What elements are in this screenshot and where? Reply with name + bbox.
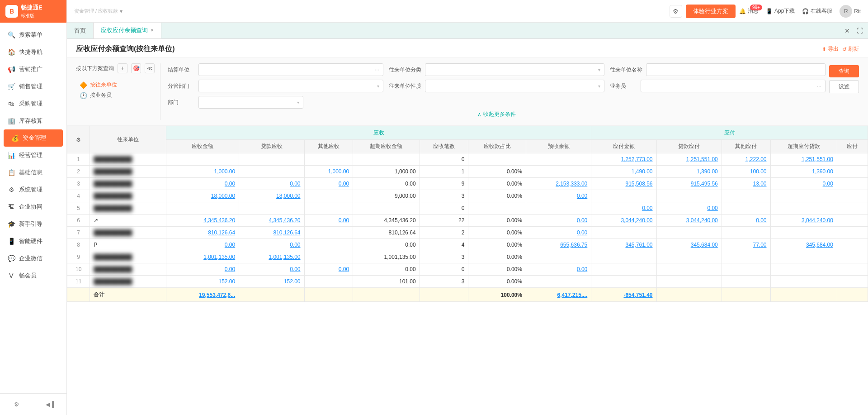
row-ar-amount[interactable]: 0.00 <box>166 178 239 190</box>
row-loan-ar[interactable]: 152.00 <box>239 276 304 288</box>
row-other-ar[interactable]: 1,000.00 <box>304 166 353 178</box>
sidebar-collapse-btn[interactable]: ◀▐ <box>33 397 67 411</box>
total-ap-amount[interactable]: -654,751.40 <box>591 288 656 302</box>
row-loan-ap[interactable]: 0.00 <box>656 202 722 215</box>
sidebar-item-member[interactable]: Ⅴ 畅会员 <box>0 267 66 284</box>
row-loan-ap[interactable]: 345,684.00 <box>656 239 722 251</box>
row-loan-ap[interactable]: 3,044,240.00 <box>656 215 722 227</box>
filter-view-by-staff[interactable]: 🕐 按业务员 <box>80 90 155 100</box>
row-other-ar[interactable] <box>304 239 353 251</box>
query-button[interactable]: 查询 <box>829 65 859 77</box>
tab-fullscreen[interactable]: ⛶ <box>855 26 864 35</box>
row-ap-amount[interactable] <box>591 263 656 276</box>
total-prepay[interactable]: 6,417,215.... <box>526 288 591 302</box>
row-overdue-ap[interactable]: 345,684.00 <box>770 239 837 251</box>
row-loan-ap[interactable]: 1,251,551.00 <box>656 153 722 166</box>
row-overdue-ap[interactable] <box>770 263 837 276</box>
row-loan-ap[interactable] <box>656 263 722 276</box>
row-prepay[interactable] <box>526 251 591 263</box>
row-ar-amount[interactable]: 810,126.64 <box>166 227 239 239</box>
tab-close-icon[interactable]: × <box>151 27 154 33</box>
row-other-ap[interactable] <box>722 263 770 276</box>
sidebar-item-purchase[interactable]: 🛍 采购管理 <box>0 95 66 112</box>
row-ar-amount[interactable]: 1,001,135.00 <box>166 251 239 263</box>
sidebar-item-capital[interactable]: 💰 资金管理 <box>4 129 63 147</box>
sidebar-item-wechat[interactable]: 💬 企业微信 <box>0 250 66 267</box>
onlineservice-action[interactable]: 🎧 在线客服 <box>802 7 832 15</box>
row-other-ap[interactable]: 1,222.00 <box>722 153 770 166</box>
row-ar-amount[interactable]: 152.00 <box>166 276 239 288</box>
row-overdue-ap[interactable] <box>770 251 837 263</box>
row-other-ar[interactable]: 0.00 <box>304 263 353 276</box>
dept-input[interactable]: ▾ <box>198 96 303 109</box>
row-loan-ar[interactable] <box>239 153 304 166</box>
row-ap-amount[interactable] <box>591 190 656 202</box>
partner-category-input[interactable]: ▾ <box>425 63 604 76</box>
row-prepay[interactable] <box>526 202 591 215</box>
row-prepay[interactable]: 0.00 <box>526 215 591 227</box>
row-ap-amount[interactable]: 915,508.56 <box>591 178 656 190</box>
row-loan-ap[interactable]: 1,390.00 <box>656 166 722 178</box>
partner-name-input[interactable] <box>646 63 826 76</box>
row-loan-ar[interactable]: 810,126.64 <box>239 227 304 239</box>
row-loan-ar[interactable] <box>239 202 304 215</box>
filter-collapse-scheme-btn[interactable]: ≪ <box>145 63 155 73</box>
th-gear[interactable]: ⚙ <box>67 126 90 153</box>
row-other-ar[interactable] <box>304 227 353 239</box>
row-ap-amount[interactable] <box>591 227 656 239</box>
message-action[interactable]: 🔔 消息 99+ <box>739 7 759 15</box>
row-loan-ap[interactable] <box>656 190 722 202</box>
user-action[interactable]: R Rit <box>840 5 861 18</box>
row-ar-amount[interactable] <box>166 202 239 215</box>
row-prepay[interactable] <box>526 276 591 288</box>
row-other-ap[interactable]: 0.00 <box>722 215 770 227</box>
row-loan-ar[interactable]: 0.00 <box>239 178 304 190</box>
settlement-input[interactable]: ··· <box>198 63 383 76</box>
row-loan-ar[interactable]: 4,345,436.20 <box>239 215 304 227</box>
sidebar-item-marketing[interactable]: 📢 营销推广 <box>0 61 66 78</box>
row-overdue-ap[interactable] <box>770 276 837 288</box>
row-prepay[interactable] <box>526 153 591 166</box>
row-ap-amount[interactable] <box>591 276 656 288</box>
row-loan-ar[interactable]: 18,000.00 <box>239 190 304 202</box>
sidebar-item-smart[interactable]: 📱 智能硬件 <box>0 233 66 250</box>
row-prepay[interactable]: 0.00 <box>526 227 591 239</box>
row-ar-amount[interactable]: 0.00 <box>166 263 239 276</box>
row-other-ar[interactable] <box>304 190 353 202</box>
filter-target-btn[interactable]: 🎯 <box>131 63 141 73</box>
filter-view-by-partner[interactable]: 🔶 按往来单位 <box>80 80 155 90</box>
sidebar-item-search[interactable]: 🔍 搜索菜单 <box>0 26 66 43</box>
row-overdue-ap[interactable] <box>770 190 837 202</box>
appdownload-action[interactable]: 📱 App下载 <box>766 7 795 15</box>
row-other-ar[interactable] <box>304 251 353 263</box>
row-prepay[interactable]: 655,636.75 <box>526 239 591 251</box>
sidebar-item-system[interactable]: ⚙ 系统管理 <box>0 181 66 198</box>
row-overdue-ap[interactable]: 0.00 <box>770 178 837 190</box>
sidebar-item-inventory[interactable]: 🏢 库存核算 <box>0 112 66 129</box>
sidebar-item-operation[interactable]: 📊 经营管理 <box>0 147 66 164</box>
row-ar-amount[interactable]: 18,000.00 <box>166 190 239 202</box>
row-other-ar[interactable]: 0.00 <box>304 215 353 227</box>
sidebar-item-sales[interactable]: 🛒 销售管理 <box>0 78 66 95</box>
set-button[interactable]: 设置 <box>829 80 859 93</box>
row-other-ar[interactable] <box>304 202 353 215</box>
row-overdue-ap[interactable] <box>770 202 837 215</box>
row-other-ar[interactable]: 0.00 <box>304 178 353 190</box>
row-overdue-ap[interactable]: 1,390.00 <box>770 166 837 178</box>
filter-collapse-btn[interactable]: ∧ 收起更多条件 <box>168 109 826 120</box>
row-overdue-ap[interactable]: 1,251,551.00 <box>770 153 837 166</box>
total-ar-amount[interactable]: 19,553,472,6... <box>166 288 239 302</box>
row-other-ap[interactable] <box>722 251 770 263</box>
row-ar-amount[interactable] <box>166 153 239 166</box>
sidebar-settings-btn[interactable]: ⚙ <box>0 397 33 411</box>
row-prepay[interactable] <box>526 166 591 178</box>
row-ap-amount[interactable]: 1,490.00 <box>591 166 656 178</box>
row-loan-ar[interactable]: 1,001,135.00 <box>239 251 304 263</box>
refresh-button[interactable]: ↺ 刷新 <box>842 45 859 53</box>
row-other-ar[interactable] <box>304 276 353 288</box>
row-other-ap[interactable]: 13.00 <box>722 178 770 190</box>
salesperson-input[interactable]: ··· <box>641 80 826 92</box>
row-loan-ar[interactable]: 0.00 <box>239 239 304 251</box>
row-other-ap[interactable] <box>722 227 770 239</box>
row-overdue-ap[interactable] <box>770 227 837 239</box>
